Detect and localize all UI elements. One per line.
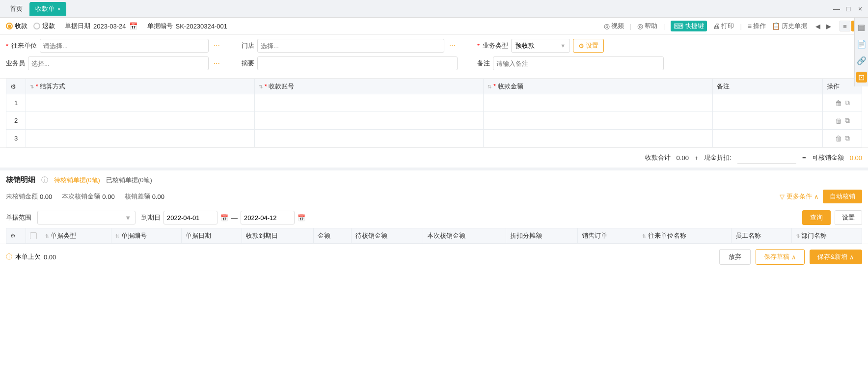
receipt-radio[interactable]: 收款	[6, 22, 27, 30]
row-1-settlement[interactable]	[26, 94, 255, 112]
type-value: 预收款	[515, 41, 557, 50]
type-label: 业务类型	[483, 41, 508, 50]
window-controls: — □ ×	[833, 5, 864, 13]
history-btn[interactable]: 📋 历史单据	[772, 22, 807, 30]
current-cancel-value: 0.00	[102, 193, 114, 200]
summary-field: 摘要	[242, 56, 458, 70]
shortcut-btn[interactable]: ⌨ 快捷键	[671, 21, 707, 31]
row-2-settlement[interactable]	[26, 112, 255, 130]
more-conditions-btn[interactable]: ▽ 更多条件 ∧	[780, 192, 819, 201]
row-3-actions: 🗑 ⧉	[827, 134, 858, 142]
row-1-amount[interactable]	[484, 94, 712, 112]
discount-label: 现金折扣:	[704, 153, 732, 162]
tab-home[interactable]: 首页	[4, 2, 28, 16]
row-1-actions: 🗑 ⧉	[827, 99, 858, 107]
row-2-account[interactable]	[255, 112, 484, 130]
date-to-cal-icon[interactable]: 📅	[298, 214, 305, 222]
verify-info-icon[interactable]: ⓘ	[41, 176, 48, 185]
list-view-icon[interactable]: ≡	[840, 21, 850, 31]
number-label: 单据编号	[147, 22, 173, 30]
counterpart-label: 往来单位	[11, 41, 37, 50]
close-btn[interactable]: ×	[856, 5, 864, 13]
row-3-delete-btn[interactable]: 🗑	[835, 135, 842, 142]
row-2-amount[interactable]	[484, 112, 712, 130]
prev-arrow[interactable]: ◀	[813, 21, 823, 31]
receipt-table: ⚙ ⇅ * 结算方式 ⇅ * 收款账号 ⇅ * 收款	[6, 79, 862, 147]
bottom-col-date: 单据日期	[182, 228, 242, 244]
receipt-radio-label: 收款	[15, 22, 27, 30]
filter-settings-btn[interactable]: 设置	[835, 210, 862, 225]
row-2-delete-btn[interactable]: 🗑	[835, 117, 842, 125]
sidebar-link-icon[interactable]: 🔗	[856, 55, 867, 66]
date-from-input[interactable]	[163, 211, 217, 224]
video-btn[interactable]: ◎ 视频	[604, 22, 624, 30]
divider1: |	[630, 23, 631, 30]
row-3-amount[interactable]	[484, 130, 712, 147]
staff-label: 业务员	[6, 59, 25, 68]
available-value: 0.00	[850, 154, 862, 162]
date-from-cal-icon[interactable]: 📅	[220, 214, 228, 222]
auto-verify-btn[interactable]: 自动核销	[823, 190, 862, 203]
col-settings-header[interactable]: ⚙	[6, 79, 26, 94]
sidebar-table-icon[interactable]: ▤	[856, 22, 867, 32]
help-btn[interactable]: ◎ 帮助	[637, 22, 657, 30]
discount-input[interactable]	[737, 152, 796, 164]
pending-btn[interactable]: 待核销单据(0笔)	[54, 176, 100, 185]
row-3-remark[interactable]	[712, 130, 822, 147]
next-arrow[interactable]: ▶	[824, 21, 834, 31]
order-info-icon[interactable]: ⓘ	[6, 252, 12, 261]
row-1-copy-btn[interactable]: ⧉	[845, 99, 850, 107]
bottom-col-amount: 金额	[314, 228, 352, 244]
staff-field: 业务员 ···	[6, 56, 222, 70]
date-calendar-icon[interactable]: 📅	[129, 22, 137, 30]
date-to-input[interactable]	[241, 211, 295, 224]
discard-btn[interactable]: 放弃	[719, 249, 751, 265]
shortcut-label: 快捷键	[685, 22, 704, 30]
refund-radio-circle	[33, 23, 40, 29]
row-1-remark[interactable]	[712, 94, 822, 112]
sidebar-expand-icon[interactable]: ⊡	[856, 72, 867, 83]
bottom-col-settings[interactable]: ⚙	[6, 228, 26, 244]
tab-receipt-close[interactable]: ×	[57, 6, 60, 12]
type-settings-btn[interactable]: ⚙ 设置	[573, 39, 604, 53]
operations-btn[interactable]: ≡ 操作	[748, 22, 766, 30]
save-new-group: 保存&新增 ∧	[810, 250, 862, 264]
row-3-settlement[interactable]	[26, 130, 255, 147]
filter-icon: ▽	[780, 193, 785, 200]
sidebar-doc-icon[interactable]: 📄	[856, 38, 867, 49]
store-input[interactable]	[257, 39, 444, 53]
type-select[interactable]: 预收款 ▼	[511, 39, 570, 53]
row-3-account[interactable]	[255, 130, 484, 147]
store-label: 门店	[242, 41, 254, 50]
row-2-remark[interactable]	[712, 112, 822, 130]
range-select[interactable]: ▼	[37, 211, 136, 224]
cleared-btn[interactable]: 已核销单据(0笔)	[106, 176, 152, 185]
save-draft-arrow: ∧	[791, 253, 796, 261]
counterpart-more-btn[interactable]: ···	[212, 41, 222, 50]
save-draft-btn[interactable]: 保存草稿 ∧	[756, 249, 805, 265]
bottom-col-dept: ⇅ 部门名称	[791, 228, 862, 244]
refund-radio[interactable]: 退款	[33, 22, 55, 30]
row-2-num: 2	[6, 112, 26, 130]
query-btn[interactable]: 查询	[802, 210, 831, 225]
row-3-copy-btn[interactable]: ⧉	[845, 134, 850, 142]
date-label: 单据日期	[65, 22, 90, 30]
maximize-btn[interactable]: □	[844, 5, 852, 13]
tab-receipt[interactable]: 收款单 ×	[29, 2, 66, 16]
select-all-checkbox[interactable]	[30, 232, 37, 239]
summary-input[interactable]	[257, 56, 458, 70]
print-btn[interactable]: 🖨 打印	[713, 22, 734, 30]
minimize-btn[interactable]: —	[833, 5, 841, 13]
remark-input[interactable]	[493, 56, 664, 70]
row-1-account[interactable]	[255, 94, 484, 112]
staff-more-btn[interactable]: ···	[212, 59, 222, 68]
row-2-copy-btn[interactable]: ⧉	[845, 116, 850, 125]
staff-input[interactable]	[28, 56, 209, 70]
save-new-label: 保存&新增	[817, 252, 847, 261]
number-field: 单据编号 SK-20230324-001	[147, 22, 228, 30]
counterpart-input[interactable]	[40, 39, 209, 53]
save-new-btn[interactable]: 保存&新增 ∧	[810, 250, 862, 264]
gear-icon: ⚙	[578, 42, 584, 50]
store-more-btn[interactable]: ···	[447, 41, 458, 50]
row-1-delete-btn[interactable]: 🗑	[835, 99, 842, 107]
